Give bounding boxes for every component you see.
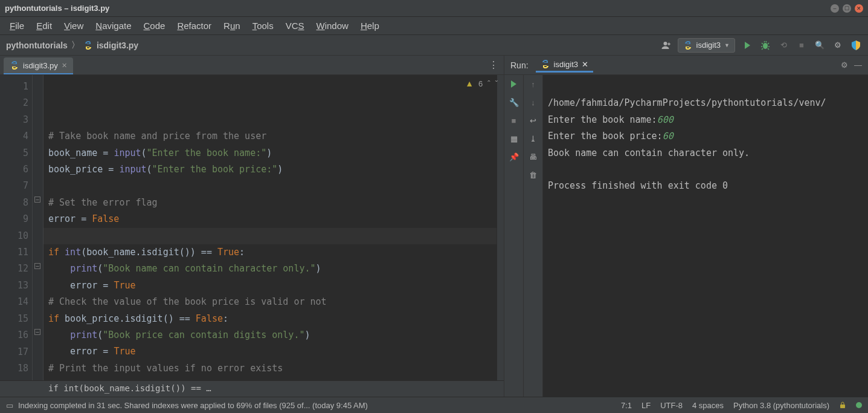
- hide-run-icon[interactable]: —: [854, 60, 862, 70]
- scroll-end-button[interactable]: ⤓: [528, 133, 539, 144]
- menu-vcs[interactable]: VCS: [281, 18, 309, 33]
- svg-point-1: [763, 43, 768, 49]
- inspection-widget[interactable]: ▲ 6 ˆ ˇ: [465, 79, 498, 88]
- python-file-icon: [10, 60, 19, 70]
- fold-column: – – –: [33, 75, 43, 380]
- up-stack-button[interactable]: ↑: [528, 79, 539, 89]
- more-tabs-icon[interactable]: ⋮: [489, 59, 499, 71]
- play-icon: [511, 80, 516, 88]
- run-second-toolbar: ↑ ↓ ↩ ⤓ 🖶 🗑: [524, 75, 543, 397]
- code-line[interactable]: book_name = input("Enter the book name:"…: [48, 145, 497, 161]
- console-path: /home/fahmida/PycharmProjects/pythontuto…: [548, 97, 826, 108]
- stop-button[interactable]: ■: [796, 39, 808, 51]
- console-input2: 60: [663, 131, 674, 141]
- chevron-down-icon[interactable]: ˇ: [495, 79, 498, 88]
- file-encoding[interactable]: UTF-8: [660, 401, 683, 410]
- menu-tools[interactable]: Tools: [248, 18, 278, 33]
- coverage-button[interactable]: ⟲: [777, 39, 789, 51]
- fold-marker[interactable]: –: [34, 263, 40, 269]
- code-line[interactable]: # Print the input values if no error exi…: [48, 360, 497, 377]
- svg-point-0: [663, 42, 667, 45]
- indent-setting[interactable]: 4 spaces: [692, 401, 724, 410]
- hide-tool-windows-icon[interactable]: ▭: [6, 401, 13, 410]
- editor[interactable]: 123456789101112131415161718 – – – # Take…: [0, 75, 504, 380]
- clear-all-button[interactable]: 🗑: [528, 169, 539, 180]
- menu-bar: File Edit View Navigate Code Refactor Ru…: [0, 17, 868, 35]
- add-user-icon[interactable]: [661, 40, 672, 51]
- ide-update-button[interactable]: [850, 39, 862, 51]
- code-area[interactable]: # Take book name and price from the user…: [43, 75, 497, 380]
- search-button[interactable]: 🔍: [814, 39, 826, 51]
- code-line[interactable]: book_price = input("Enter the book price…: [48, 161, 497, 178]
- debug-button[interactable]: [759, 39, 771, 51]
- menu-view[interactable]: View: [59, 18, 88, 33]
- editor-tab-active[interactable]: isdigit3.py ✕: [4, 57, 73, 74]
- code-line[interactable]: error = True: [48, 343, 497, 360]
- menu-window[interactable]: Window: [312, 18, 353, 33]
- print-button[interactable]: 🖶: [528, 151, 539, 162]
- code-line[interactable]: # Check the value of the book price is v…: [48, 294, 497, 310]
- svg-rect-2: [840, 405, 845, 408]
- console-output[interactable]: /home/fahmida/PycharmProjects/pythontuto…: [543, 75, 868, 397]
- breadcrumb-project[interactable]: pythontutorials: [6, 41, 68, 50]
- current-line-highlight: [43, 228, 497, 244]
- background-tasks-indicator[interactable]: [856, 402, 862, 408]
- menu-help[interactable]: Help: [356, 18, 384, 33]
- rerun-button[interactable]: [509, 79, 519, 89]
- status-bar: ▭ Indexing completed in 31 sec. Shared i…: [0, 397, 868, 413]
- chevron-down-icon: ▼: [724, 42, 730, 48]
- close-tab-icon[interactable]: ✕: [62, 62, 67, 70]
- code-line[interactable]: [48, 178, 497, 194]
- pin-button[interactable]: 📌: [509, 151, 519, 162]
- run-tab-active[interactable]: isdigit3 ✕: [536, 58, 593, 73]
- code-line[interactable]: # Set the error flag: [48, 195, 497, 211]
- console-exit: Process finished with exit code 0: [548, 180, 728, 191]
- breadcrumb-file[interactable]: isdigit3.py: [97, 41, 138, 50]
- run-configuration-dropdown[interactable]: isdigit3 ▼: [678, 38, 735, 53]
- chevron-up-icon[interactable]: ˆ: [487, 79, 490, 88]
- window-controls: – ☐ ✕: [831, 4, 863, 13]
- down-stack-button[interactable]: ↓: [528, 97, 539, 108]
- code-line[interactable]: if int(book_name.isdigit()) == True:: [48, 244, 497, 261]
- run-header: Run: isdigit3 ✕ ⚙ —: [504, 56, 868, 75]
- menu-refactor[interactable]: Refactor: [172, 18, 216, 33]
- code-line[interactable]: if error == False:: [48, 377, 497, 380]
- close-run-tab-icon[interactable]: ✕: [582, 60, 588, 69]
- code-line[interactable]: if book_price.isdigit() == False:: [48, 311, 497, 327]
- console-prompt1: Enter the book name:: [548, 114, 657, 125]
- soft-wrap-button[interactable]: ↩: [528, 115, 539, 126]
- fold-marker[interactable]: –: [34, 197, 40, 203]
- minimize-button[interactable]: –: [831, 4, 839, 13]
- maximize-button[interactable]: ☐: [843, 4, 851, 13]
- caret-position[interactable]: 7:1: [621, 401, 632, 410]
- menu-edit[interactable]: Edit: [31, 18, 57, 33]
- code-line[interactable]: error = False: [48, 211, 497, 227]
- menu-code[interactable]: Code: [139, 18, 170, 33]
- close-button[interactable]: ✕: [855, 4, 863, 13]
- run-button[interactable]: [741, 39, 753, 51]
- lock-icon[interactable]: [839, 402, 846, 409]
- menu-run[interactable]: Run: [219, 18, 245, 33]
- code-line[interactable]: # Take book name and price from the user: [48, 128, 497, 145]
- play-icon: [745, 42, 750, 49]
- code-line[interactable]: print("Book price can contain digits onl…: [48, 327, 497, 343]
- console-input1: 600: [657, 114, 674, 125]
- menu-navigate[interactable]: Navigate: [91, 18, 136, 33]
- window-title: pythontutorials – isdigit3.py: [5, 4, 109, 13]
- run-settings-icon[interactable]: ⚙: [841, 60, 848, 70]
- code-line[interactable]: error = True: [48, 278, 497, 294]
- main-area: isdigit3.py ✕ ⋮ 123456789101112131415161…: [0, 56, 868, 397]
- nav-bar: pythontutorials 〉 isdigit3.py isdigit3 ▼…: [0, 35, 868, 56]
- tool-settings-button[interactable]: 🔧: [509, 97, 519, 108]
- settings-button[interactable]: ⚙: [832, 39, 844, 51]
- fold-marker[interactable]: –: [34, 329, 40, 335]
- python-interpreter[interactable]: Python 3.8 (pythontutorials): [733, 401, 829, 410]
- editor-tabs: isdigit3.py ✕ ⋮: [0, 56, 504, 75]
- line-gutter: 123456789101112131415161718: [0, 75, 33, 380]
- menu-file[interactable]: File: [5, 18, 29, 33]
- layout-button[interactable]: ▦: [509, 133, 519, 144]
- line-ending[interactable]: LF: [641, 401, 651, 410]
- stop-run-button[interactable]: ■: [509, 115, 519, 126]
- minimap-scrollbar[interactable]: [497, 75, 504, 380]
- code-line[interactable]: print("Book name can contain character o…: [48, 261, 497, 277]
